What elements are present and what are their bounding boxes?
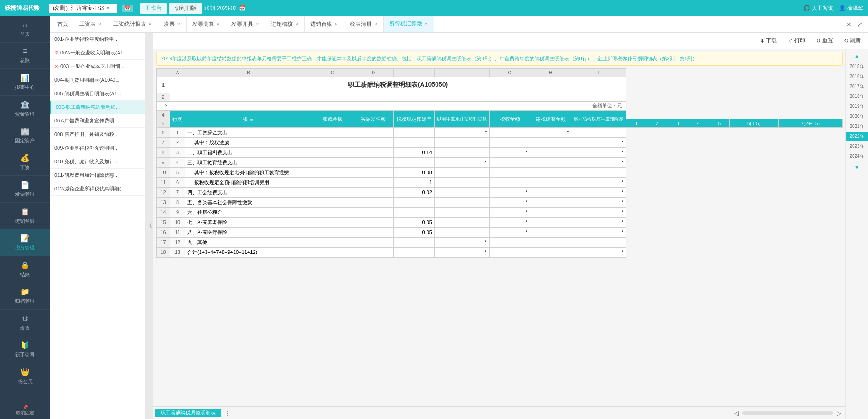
sidebar-item-report-center[interactable]: 📊 报表中心 <box>0 69 50 96</box>
tab-inout-check[interactable]: 进销稽核 × <box>265 16 305 33</box>
data-r11-c1[interactable] <box>312 227 353 237</box>
tab-tax-clearance-close[interactable]: × <box>373 21 378 27</box>
sidebar-item-new-guide[interactable]: 🔰 新手引导 <box>0 336 50 363</box>
sidebar-item-invoice-mgmt[interactable]: 📄 发票管理 <box>0 176 50 203</box>
data-r2-c7[interactable]: * <box>571 137 626 147</box>
data-r1-c6[interactable]: * <box>530 127 571 137</box>
data-r2-c6[interactable] <box>530 137 571 147</box>
data-r11-c6[interactable] <box>530 227 571 237</box>
data-r7-c4[interactable] <box>435 187 490 197</box>
data-r8-c1[interactable] <box>312 197 353 207</box>
data-r6-c2[interactable] <box>353 177 394 187</box>
data-r3-c4[interactable] <box>435 147 490 157</box>
year-scroll-up[interactable]: ▲ <box>852 51 862 62</box>
data-r6-c6[interactable] <box>530 177 571 187</box>
data-r3-c5[interactable]: * <box>490 147 530 157</box>
data-r4-c7[interactable]: * <box>571 157 626 167</box>
data-r6-c4[interactable] <box>435 177 490 187</box>
data-r11-c4[interactable] <box>435 227 490 237</box>
tab-invoice-close[interactable]: × <box>177 21 181 27</box>
data-r5-c3[interactable]: 0.08 <box>394 167 435 177</box>
sidebar-item-close[interactable]: 🔒 结账 <box>0 256 50 283</box>
data-r12-c2[interactable] <box>353 237 394 247</box>
workspace-button[interactable]: 工作台 <box>140 3 167 14</box>
tab-payroll-close[interactable]: × <box>98 21 102 27</box>
tab-inout-ledger-close[interactable]: × <box>334 21 338 27</box>
data-r8-c3[interactable] <box>394 197 435 207</box>
data-r12-c6[interactable] <box>530 237 571 247</box>
year-2019[interactable]: 2019年 <box>846 102 868 112</box>
sidebar-item-member[interactable]: 👑 畅会员 <box>0 363 50 390</box>
tab-income-tax[interactable]: 所得税汇算缴 × <box>384 16 434 33</box>
data-r1-c4[interactable]: * <box>435 127 490 137</box>
year-2018[interactable]: 2018年 <box>846 92 868 102</box>
year-scroll-down[interactable]: ▼ <box>852 161 862 172</box>
left-panel-item-007[interactable]: 007-广告费和业务宣传费明... <box>50 114 145 128</box>
left-panel-item-004[interactable]: 004-期间费用明细表(A1040... <box>50 73 145 87</box>
data-r5-c6[interactable] <box>530 167 571 177</box>
tab-invoice[interactable]: 发票 × <box>158 16 187 33</box>
tab-invoice-open-close[interactable]: × <box>255 21 260 27</box>
data-r11-c3[interactable]: 0.05 <box>394 227 435 237</box>
table-area[interactable]: A B C D E F G H I <box>153 68 845 407</box>
data-r13-c3[interactable] <box>394 247 435 257</box>
left-panel-item-006[interactable]: 006-职工薪酬纳税调整明细... <box>50 101 145 114</box>
data-r12-c3[interactable] <box>394 237 435 247</box>
left-panel-item-009[interactable]: 009-企业所得税补充说明明... <box>50 141 145 155</box>
data-r9-c6[interactable] <box>530 207 571 217</box>
data-r2-c5[interactable] <box>490 137 530 147</box>
year-2015[interactable]: 2015年 <box>846 62 868 72</box>
calendar-icon[interactable]: 📅 <box>122 5 133 12</box>
tab-tax-clearance[interactable]: 税表清册 × <box>344 16 384 33</box>
company-selector[interactable]: (勿删）江西睿宝-LSS ▾ <box>49 4 117 13</box>
data-r6-c3[interactable]: 1 <box>394 177 435 187</box>
left-panel-item-001[interactable]: 001-企业所得税年度纳税申... <box>50 33 145 46</box>
data-r10-c1[interactable] <box>312 217 353 227</box>
data-r13-c1[interactable] <box>312 247 353 257</box>
data-r12-c4[interactable]: * <box>435 237 490 247</box>
year-2022[interactable]: 2022年 <box>846 132 868 141</box>
data-r6-c7[interactable]: * <box>571 177 626 187</box>
download-button[interactable]: ⬇ 下载 <box>757 35 780 46</box>
data-r8-c7[interactable]: * <box>571 197 626 207</box>
support-link[interactable]: 🎧 人工客询 <box>804 5 834 12</box>
scroll-left-icon[interactable]: ◁ <box>732 409 740 418</box>
data-r7-c6[interactable] <box>530 187 571 197</box>
data-r7-c2[interactable] <box>353 187 394 197</box>
left-panel-item-005[interactable]: 005-纳税调整项目明细表(A1... <box>50 87 145 101</box>
data-r13-c7[interactable]: * <box>571 247 626 257</box>
data-r9-c5[interactable]: * <box>490 207 530 217</box>
data-r10-c7[interactable]: * <box>571 217 626 227</box>
data-r9-c4[interactable] <box>435 207 490 217</box>
data-r11-c7[interactable]: * <box>571 227 626 237</box>
data-r3-c2[interactable] <box>353 147 394 157</box>
sheet-options-icon[interactable]: ⋮ <box>225 409 231 417</box>
left-panel-item-012[interactable]: 012-减免企业所得税优惠明细(... <box>50 182 145 196</box>
data-r1-c2[interactable] <box>353 127 394 137</box>
switch-old-button[interactable]: 切到旧版 <box>169 3 202 14</box>
data-r9-c7[interactable]: * <box>571 207 626 217</box>
data-r4-c6[interactable] <box>530 157 571 167</box>
data-r6-c1[interactable] <box>312 177 353 187</box>
data-r4-c5[interactable] <box>490 157 530 167</box>
sidebar-item-archive[interactable]: 📁 归档管理 <box>0 283 50 310</box>
tab-inout-ledger[interactable]: 进销台账 × <box>305 16 344 33</box>
data-r10-c3[interactable]: 0.05 <box>394 217 435 227</box>
data-r3-c7[interactable]: * <box>571 147 626 157</box>
data-r12-c7[interactable] <box>571 237 626 247</box>
scroll-bar[interactable] <box>742 411 833 415</box>
data-r12-c5[interactable] <box>490 237 530 247</box>
tab-payroll[interactable]: 工资表 × <box>74 16 108 33</box>
year-2021[interactable]: 2021年 <box>846 122 868 132</box>
sidebar-item-settings[interactable]: ⚙ 设置 <box>0 310 50 336</box>
data-r13-c2[interactable] <box>353 247 394 257</box>
data-r2-c2[interactable] <box>353 137 394 147</box>
data-r13-c5[interactable] <box>490 247 530 257</box>
tab-invoice-open[interactable]: 发票开具 × <box>226 16 265 33</box>
year-2020[interactable]: 2020年 <box>846 112 868 122</box>
data-r1-c7[interactable] <box>571 127 626 137</box>
data-r10-c2[interactable] <box>353 217 394 227</box>
tab-invoice-calc[interactable]: 发票测算 × <box>187 16 226 33</box>
sidebar-item-tax-mgmt[interactable]: 📝 税务管理 <box>0 229 50 256</box>
left-panel-item-002[interactable]: ⊗ 002-一般企业收入明细表(A1... <box>50 46 145 60</box>
